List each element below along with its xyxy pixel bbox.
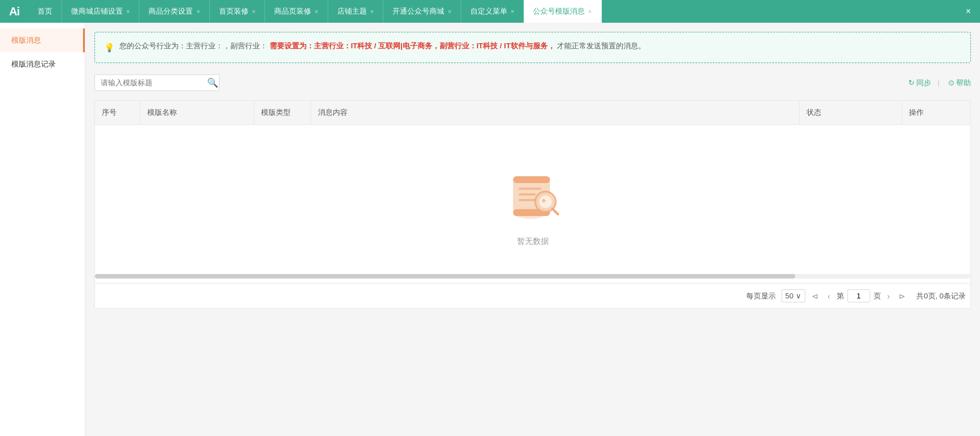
tab-close-mall[interactable]: × bbox=[448, 8, 451, 15]
brand-logo: Ai bbox=[0, 0, 28, 23]
tab-product-decor[interactable]: 商品页装修 × bbox=[265, 0, 328, 23]
main-layout: 模版消息 模版消息记录 💡 您的公众号行业为：主营行业：，副营行业： 需要设置为… bbox=[0, 23, 980, 436]
tab-close-category[interactable]: × bbox=[196, 8, 200, 15]
divider: | bbox=[938, 78, 940, 87]
svg-point-8 bbox=[539, 196, 552, 208]
page-number-input[interactable] bbox=[847, 289, 870, 302]
help-label: 帮助 bbox=[956, 78, 971, 88]
svg-point-10 bbox=[542, 199, 545, 202]
svg-rect-5 bbox=[519, 193, 536, 196]
tab-close-menu[interactable]: × bbox=[511, 8, 514, 15]
sync-label: 同步 bbox=[916, 78, 931, 88]
horizontal-scrollbar[interactable] bbox=[95, 274, 970, 279]
sidebar-item-template-msg[interactable]: 模版消息 bbox=[0, 28, 85, 52]
tab-weishop[interactable]: 微商城店铺设置 × bbox=[62, 0, 139, 23]
tab-template-msg[interactable]: 公众号模版消息 × bbox=[524, 0, 601, 23]
page-unit-text: 页 bbox=[874, 291, 881, 301]
sidebar: 模版消息 模版消息记录 bbox=[0, 23, 85, 436]
tab-close-theme[interactable]: × bbox=[370, 8, 374, 15]
tab-mall[interactable]: 开通公众号商城 × bbox=[383, 0, 461, 23]
tab-menu[interactable]: 自定义菜单 × bbox=[461, 0, 524, 23]
page-summary: 共0页, 0条记录 bbox=[916, 291, 966, 301]
empty-text: 暂无数据 bbox=[517, 236, 549, 247]
next-page-button[interactable]: › bbox=[884, 290, 893, 302]
tab-home-decor[interactable]: 首页装修 × bbox=[210, 0, 265, 23]
per-page-select[interactable]: 50 ∨ bbox=[781, 289, 805, 302]
search-right: ↻ 同步 | ⊙ 帮助 bbox=[907, 78, 971, 88]
tab-bar: Ai 首页 微商城店铺设置 × 商品分类设置 × 首页装修 × 商品页装修 × … bbox=[0, 0, 980, 23]
last-page-button[interactable]: ⊳ bbox=[896, 290, 908, 302]
notice-prefix: 您的公众号行业为：主营行业：，副营行业： bbox=[119, 41, 267, 50]
tab-close-template-msg[interactable]: × bbox=[588, 8, 592, 15]
notice-box: 💡 您的公众号行业为：主营行业：，副营行业： 需要设置为：主营行业：IT科技 /… bbox=[94, 32, 971, 63]
tab-home[interactable]: 首页 bbox=[28, 0, 62, 23]
tab-close-home-decor[interactable]: × bbox=[252, 8, 255, 15]
col-header-name: 模版名称 bbox=[140, 101, 254, 124]
sync-button[interactable]: ↻ 同步 bbox=[907, 78, 931, 88]
empty-illustration bbox=[499, 159, 567, 227]
help-button[interactable]: ⊙ 帮助 bbox=[946, 78, 971, 88]
data-table: 序号 模版名称 模版类型 消息内容 状态 操作 bbox=[94, 100, 971, 309]
svg-rect-2 bbox=[513, 176, 550, 183]
search-left: 🔍 bbox=[94, 74, 223, 91]
tab-close-weishop[interactable]: × bbox=[126, 8, 130, 15]
search-button[interactable]: 🔍 bbox=[202, 75, 223, 90]
col-header-content: 消息内容 bbox=[311, 101, 800, 124]
dropdown-icon: ∨ bbox=[796, 292, 801, 300]
tab-theme[interactable]: 店铺主题 × bbox=[328, 0, 383, 23]
col-header-status: 状态 bbox=[800, 101, 902, 124]
svg-rect-4 bbox=[519, 188, 541, 190]
sidebar-item-template-msg-record[interactable]: 模版消息记录 bbox=[0, 52, 85, 76]
search-bar: 🔍 ↻ 同步 | ⊙ 帮助 bbox=[94, 74, 971, 91]
per-page-label: 每页显示 bbox=[746, 291, 776, 301]
pagination-bar: 每页显示 50 ∨ ⊲ ‹ 第 页 › ⊳ 共0页, 0条记录 bbox=[95, 283, 970, 308]
scrollbar-thumb[interactable] bbox=[95, 274, 795, 279]
empty-state: 暂无数据 bbox=[95, 125, 970, 269]
sync-icon: ↻ bbox=[908, 78, 915, 87]
close-all-button[interactable]: × bbox=[957, 6, 980, 16]
search-input[interactable] bbox=[94, 74, 220, 91]
col-header-op: 操作 bbox=[902, 101, 970, 124]
tab-category[interactable]: 商品分类设置 × bbox=[139, 0, 209, 23]
col-header-type: 模版类型 bbox=[254, 101, 311, 124]
page-label-text: 第 bbox=[837, 291, 844, 301]
prev-page-button[interactable]: ‹ bbox=[825, 290, 833, 302]
notice-icon: 💡 bbox=[104, 41, 115, 55]
help-icon: ⊙ bbox=[948, 78, 954, 87]
tab-close-product-decor[interactable]: × bbox=[315, 8, 318, 15]
table-header: 序号 模版名称 模版类型 消息内容 状态 操作 bbox=[95, 101, 970, 125]
col-header-seq: 序号 bbox=[95, 101, 140, 124]
notice-suffix: 才能正常发送预置的消息。 bbox=[557, 41, 646, 50]
first-page-button[interactable]: ⊲ bbox=[809, 290, 821, 302]
svg-line-9 bbox=[552, 209, 558, 214]
notice-highlight: 需要设置为：主营行业：IT科技 / 互联网|电子商务，副营行业：IT科技 / I… bbox=[270, 41, 555, 50]
content-area: 💡 您的公众号行业为：主营行业：，副营行业： 需要设置为：主营行业：IT科技 /… bbox=[85, 23, 980, 436]
